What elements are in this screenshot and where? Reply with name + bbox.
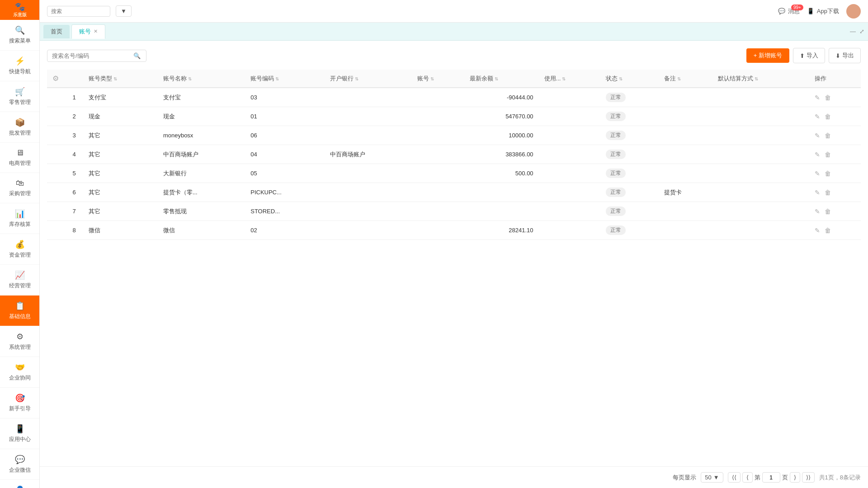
col-num: [65, 70, 83, 88]
sidebar-item-wholesale[interactable]: 📦批发管理: [0, 112, 39, 143]
row-account: [412, 145, 464, 164]
col-balance[interactable]: 最新余额⇅: [464, 70, 539, 88]
sidebar-item-label: 基础信息: [9, 313, 31, 320]
row-usage: [539, 221, 600, 240]
delete-icon[interactable]: 🗑: [825, 189, 831, 196]
sidebar-item-purchase[interactable]: 🛍采购管理: [0, 173, 39, 203]
sidebar-item-operation[interactable]: 📈经营管理: [0, 265, 39, 296]
tab-maximize-icon[interactable]: ⤢: [859, 28, 864, 35]
edit-icon[interactable]: ✎: [815, 132, 820, 139]
sidebar-item-search[interactable]: 🔍搜索菜单: [0, 20, 39, 51]
import-label: 导入: [807, 52, 818, 60]
row-remark: [659, 88, 712, 107]
tab-account[interactable]: 账号 ✕: [71, 24, 105, 39]
row-type: 现金: [83, 107, 158, 126]
row-type: 其它: [83, 202, 158, 221]
page-size-label: 每页显示: [673, 474, 696, 482]
row-default-settle: [712, 221, 809, 240]
message-icon-btn[interactable]: 💬 消息 99+: [778, 7, 800, 15]
col-code[interactable]: 账号编码⇅: [245, 70, 325, 88]
import-button[interactable]: ⬆ 导入: [793, 48, 825, 63]
edit-icon[interactable]: ✎: [815, 208, 820, 215]
page-prev-btn[interactable]: ⟨: [742, 472, 753, 483]
tab-account-close[interactable]: ✕: [94, 28, 98, 34]
col-type[interactable]: 账号类型⇅: [83, 70, 158, 88]
row-code: STORED...: [245, 202, 325, 221]
tab-account-label: 账号: [79, 28, 91, 36]
col-account[interactable]: 账号⇅: [412, 70, 464, 88]
sidebar-item-guide[interactable]: 🎯新手引导: [0, 388, 39, 418]
edit-icon[interactable]: ✎: [815, 189, 820, 196]
app-icon: 📱: [807, 8, 814, 14]
row-usage: [539, 183, 600, 202]
row-account: [412, 107, 464, 126]
edit-icon[interactable]: ✎: [815, 113, 820, 120]
sidebar-item-finance[interactable]: 💰资金管理: [0, 234, 39, 265]
delete-icon[interactable]: 🗑: [825, 113, 831, 120]
settings-icon[interactable]: ⚙: [52, 75, 59, 82]
account-search-input[interactable]: [52, 52, 133, 59]
ecommerce-icon: 🖥: [16, 148, 24, 158]
row-bank: [325, 221, 412, 240]
sidebar-item-enterprise[interactable]: 🤝企业协同: [0, 357, 39, 388]
delete-icon[interactable]: 🗑: [825, 94, 831, 101]
sidebar-item-shortcuts[interactable]: ⚡快捷导航: [0, 51, 39, 81]
topbar-search-input[interactable]: [51, 8, 101, 14]
table-row: 3 其它 moneybosx 06 10000.00 正常 ✎ 🗑: [47, 126, 861, 145]
sidebar-item-label: 应用中心: [9, 436, 31, 443]
delete-icon[interactable]: 🗑: [825, 132, 831, 139]
sidebar-item-label: 系统管理: [9, 343, 31, 351]
row-bank: [325, 126, 412, 145]
account-search-icon[interactable]: 🔍: [133, 52, 141, 59]
export-button[interactable]: ⬇ 导出: [829, 48, 861, 63]
topbar-dropdown[interactable]: ▼: [116, 5, 132, 17]
account-search-wrapper[interactable]: 🔍: [47, 50, 146, 62]
sidebar-item-system[interactable]: ⚙系统管理: [0, 326, 39, 357]
row-name: 提货卡（零...: [158, 183, 245, 202]
col-default-settle[interactable]: 默认结算方式⇅: [712, 70, 809, 88]
sidebar-item-basic[interactable]: 📋基础信息: [0, 296, 39, 326]
sidebar-item-appcenter[interactable]: 📱应用中心: [0, 418, 39, 449]
col-status[interactable]: 状态⇅: [600, 70, 659, 88]
sidebar-item-inventory[interactable]: 📊库存核算: [0, 203, 39, 234]
row-name: 大新银行: [158, 164, 245, 183]
delete-icon[interactable]: 🗑: [825, 208, 831, 215]
page-first-btn[interactable]: ⟨⟨: [728, 472, 741, 483]
sidebar-item-label: 搜索菜单: [9, 37, 31, 45]
row-remark: [659, 126, 712, 145]
add-account-button[interactable]: + 新增账号: [746, 48, 789, 63]
sidebar-item-member[interactable]: 👤畅会员: [0, 480, 39, 488]
page-input[interactable]: [762, 472, 780, 483]
col-bank[interactable]: 开户银行⇅: [325, 70, 412, 88]
sidebar-item-ecommerce[interactable]: 🖥电商管理: [0, 143, 39, 173]
sidebar-item-retail[interactable]: 🛒零售管理: [0, 81, 39, 112]
col-name[interactable]: 账号名称⇅: [158, 70, 245, 88]
topbar-search[interactable]: [47, 6, 110, 17]
page-next-btn[interactable]: ⟩: [790, 472, 800, 483]
edit-icon[interactable]: ✎: [815, 170, 820, 177]
tab-minimize-icon[interactable]: —: [850, 28, 856, 35]
toolbar-right: + 新增账号 ⬆ 导入 ⬇ 导出: [746, 48, 861, 63]
row-remark: 提货卡: [659, 183, 712, 202]
row-remark: [659, 107, 712, 126]
page-size-select[interactable]: 50 ▼: [701, 472, 723, 483]
page-last-btn[interactable]: ⟩⟩: [802, 472, 815, 483]
col-remark[interactable]: 备注⇅: [659, 70, 712, 88]
edit-icon[interactable]: ✎: [815, 151, 820, 158]
tab-home[interactable]: 首页: [43, 25, 70, 38]
retail-icon: 🛒: [15, 87, 25, 97]
row-usage: [539, 126, 600, 145]
app-download-btn[interactable]: 📱 App下载: [807, 7, 839, 15]
col-usage[interactable]: 使用...⇅: [539, 70, 600, 88]
sidebar-item-wechat[interactable]: 💬企业微信: [0, 449, 39, 480]
system-icon: ⚙: [16, 332, 24, 342]
avatar[interactable]: [846, 4, 861, 19]
page-nav: ⟨⟨ ⟨ 第 页 ⟩ ⟩⟩: [728, 472, 815, 483]
tab-home-label: 首页: [51, 28, 62, 36]
delete-icon[interactable]: 🗑: [825, 151, 831, 158]
row-account: [412, 164, 464, 183]
edit-icon[interactable]: ✎: [815, 94, 820, 101]
delete-icon[interactable]: 🗑: [825, 170, 831, 177]
edit-icon[interactable]: ✎: [815, 227, 820, 234]
delete-icon[interactable]: 🗑: [825, 227, 831, 234]
